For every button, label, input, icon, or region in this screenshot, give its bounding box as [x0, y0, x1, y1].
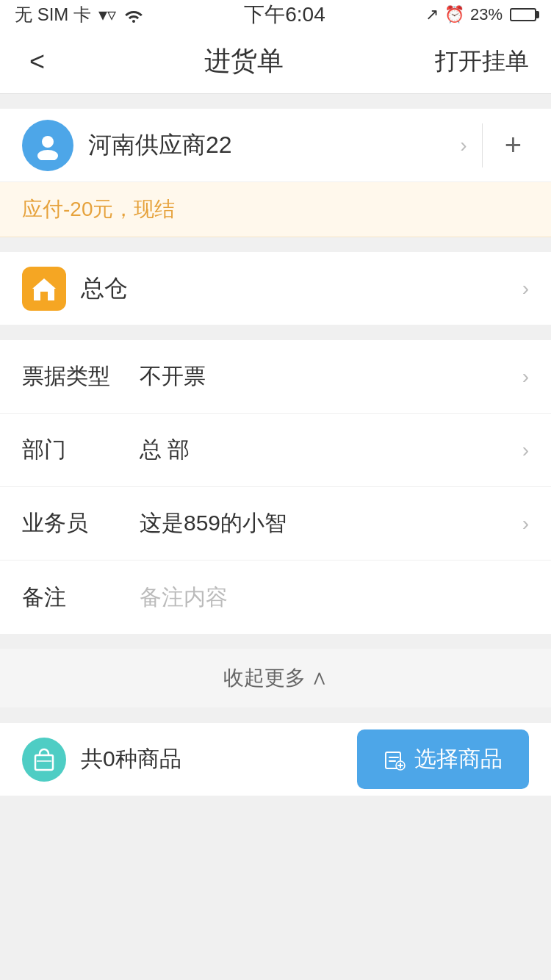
invoice-type-chevron-icon: ›	[522, 365, 529, 389]
top-divider	[0, 94, 551, 109]
warehouse-chevron-icon: ›	[522, 277, 529, 300]
remark-row[interactable]: 备注 备注内容	[0, 561, 551, 634]
collapse-label: 收起更多 ∧	[223, 664, 328, 692]
remark-value[interactable]: 备注内容	[140, 583, 529, 613]
salesman-label: 业务员	[22, 508, 125, 538]
supplier-add-button[interactable]: +	[497, 121, 529, 169]
select-goods-button[interactable]: 选择商品	[357, 729, 529, 789]
warehouse-name: 总仓	[81, 273, 515, 305]
carrier-text: 无 SIM 卡	[15, 3, 91, 26]
remark-label: 备注	[22, 583, 125, 613]
salesman-value: 这是859的小智	[140, 508, 522, 538]
supplier-avatar-icon	[33, 131, 62, 160]
supplier-name[interactable]: 河南供应商22	[88, 129, 453, 162]
battery-percent: 23%	[470, 5, 503, 24]
supplier-chevron-icon: ›	[460, 134, 467, 157]
supplier-divider	[482, 123, 483, 167]
invoice-type-row[interactable]: 票据类型 不开票 ›	[0, 340, 551, 414]
warehouse-section[interactable]: 总仓 ›	[0, 252, 551, 325]
supplier-avatar	[22, 120, 73, 171]
status-bar: 无 SIM 卡 ▾▿ 下午6:04 ↗ ⏰ 23%	[0, 0, 551, 29]
invoice-type-label: 票据类型	[22, 361, 125, 392]
shopping-bag-icon	[31, 746, 57, 773]
warehouse-icon	[22, 267, 66, 311]
wifi-signal-icon	[123, 7, 144, 23]
department-label: 部门	[22, 435, 125, 465]
svg-point-1	[37, 150, 58, 160]
bottom-bar: 共0种商品 选择商品	[0, 722, 551, 796]
open-pending-button[interactable]: 打开挂单	[435, 46, 529, 78]
select-goods-label: 选择商品	[414, 744, 503, 774]
select-goods-icon	[383, 749, 406, 771]
wifi-icon: ▾▿	[98, 4, 116, 25]
page-title: 进货单	[204, 43, 284, 79]
svg-marker-3	[32, 278, 56, 289]
collapse-row[interactable]: 收起更多 ∧	[0, 649, 551, 707]
status-left: 无 SIM 卡 ▾▿	[15, 3, 144, 26]
battery-icon	[510, 8, 536, 21]
svg-rect-4	[40, 292, 48, 300]
location-icon: ↗	[425, 5, 439, 24]
status-time: 下午6:04	[244, 1, 325, 29]
notice-text: 应付-20元，现结	[22, 198, 175, 220]
svg-point-0	[42, 136, 54, 148]
alarm-icon: ⏰	[444, 5, 464, 24]
nav-bar: < 进货单 打开挂单	[0, 29, 551, 94]
goods-icon	[22, 738, 66, 782]
status-right: ↗ ⏰ 23%	[425, 5, 536, 24]
department-chevron-icon: ›	[522, 439, 529, 462]
back-button[interactable]: <	[22, 39, 52, 84]
department-value: 总 部	[140, 435, 522, 465]
supplier-section: 河南供应商22 › +	[0, 109, 551, 182]
form-section: 票据类型 不开票 › 部门 总 部 › 业务员 这是859的小智 › 备注 备注…	[0, 340, 551, 634]
goods-count-text: 共0种商品	[81, 744, 357, 774]
department-row[interactable]: 部门 总 部 ›	[0, 414, 551, 487]
notice-banner: 应付-20元，现结	[0, 182, 551, 237]
svg-rect-5	[35, 755, 53, 770]
salesman-row[interactable]: 业务员 这是859的小智 ›	[0, 487, 551, 561]
warehouse-building-icon	[31, 275, 57, 302]
salesman-chevron-icon: ›	[522, 512, 529, 536]
invoice-type-value: 不开票	[140, 361, 522, 392]
main-content: 河南供应商22 › + 应付-20元，现结 总仓 › 票据类型 不开票 › 部门	[0, 94, 551, 980]
